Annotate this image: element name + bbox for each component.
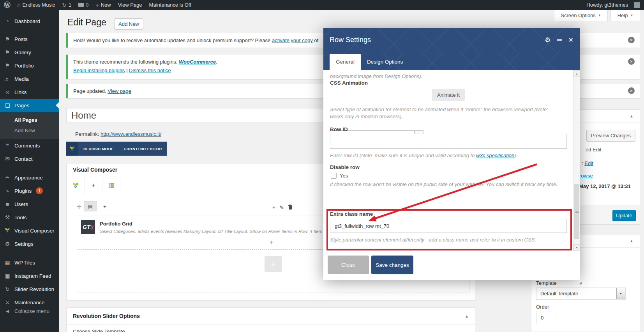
sidebar-item-tools[interactable]: ⚒ Tools xyxy=(0,211,59,224)
browse-revisions-link[interactable]: rowse xyxy=(579,173,593,179)
sidebar-item-plugins[interactable]: ⌁ Plugins 1 xyxy=(0,184,59,197)
sidebar-item-slider-revolution[interactable]: ↻ Slider Revolution xyxy=(0,282,59,296)
portfolio-grid-element[interactable]: GT3 Portfolio Grid Select Categories: ar… xyxy=(77,215,322,239)
collapse-panel-icon[interactable]: ▲ xyxy=(630,114,633,118)
comments-icon: ❝ xyxy=(4,142,11,149)
updates-menu[interactable]: ↻ 1 xyxy=(58,0,75,10)
activate-copy-link[interactable]: activate your copy xyxy=(272,37,313,43)
collapse-left-icon: ◀ xyxy=(4,309,11,313)
status-row-fragment: ed Edit xyxy=(586,147,601,153)
modal-header[interactable]: Row Settings ⚙ ✕ xyxy=(323,28,580,51)
sidebar-item-dashboard[interactable]: ◔ Dashboard xyxy=(0,14,59,28)
w3c-specification-link[interactable]: w3c specification xyxy=(476,153,514,158)
modal-close-icon[interactable]: ✕ xyxy=(568,36,573,44)
collapse-panel-icon[interactable]: ▲ xyxy=(630,239,633,243)
sidebar-item-contact[interactable]: ✉ Contact xyxy=(0,152,59,165)
scroll-down-icon[interactable]: ▼ xyxy=(573,244,580,251)
edit-status-link[interactable]: Edit xyxy=(593,147,601,153)
submenu-all-pages[interactable]: All Pages xyxy=(0,115,59,125)
modal-scrollbar[interactable]: ▲ ▼ xyxy=(573,70,580,251)
sidebar-item-posts[interactable]: ⚑ Posts xyxy=(0,32,59,46)
disable-row-checkbox[interactable] xyxy=(331,173,337,179)
sidebar-item-instagram-feed[interactable]: ▣ Instagram Feed xyxy=(0,269,59,282)
close-button[interactable]: Close xyxy=(328,256,369,274)
plugins-update-badge: 1 xyxy=(36,187,43,194)
append-element-icon[interactable]: + xyxy=(265,238,277,246)
collapse-menu-button[interactable]: ◀ Collapse menu xyxy=(0,304,59,318)
sidebar-item-label: Settings xyxy=(14,241,34,247)
scroll-up-icon[interactable]: ▲ xyxy=(573,70,580,77)
sidebar-item-label: WP Tiles xyxy=(14,260,35,266)
submenu-add-new[interactable]: Add New xyxy=(0,125,59,136)
sidebar-item-wp-tiles[interactable]: ▦ WP Tiles xyxy=(0,256,59,269)
help-button[interactable]: Help ▼ xyxy=(610,10,640,21)
sidebar-item-appearance[interactable]: ✒ Appearance xyxy=(0,171,59,184)
dismiss-notice-icon[interactable]: ✕ xyxy=(628,87,635,94)
new-menu[interactable]: + New xyxy=(92,0,114,10)
comments-menu[interactable]: 0 xyxy=(75,0,92,10)
template-label: Template xyxy=(536,280,557,286)
sidebar-item-visual-composer[interactable]: Visual Composer xyxy=(0,224,59,237)
howdy-menu[interactable]: Howdy, gt3themes xyxy=(583,0,632,10)
extra-class-input[interactable] xyxy=(330,219,567,233)
wordpress-logo-icon[interactable]: Ⓦ xyxy=(0,0,14,10)
avatar[interactable] xyxy=(634,2,640,8)
woocommerce-link[interactable]: WooCommerce xyxy=(179,59,216,65)
templates-button[interactable]: ▥ xyxy=(102,176,120,194)
sidebar-item-comments[interactable]: ❝ Comments xyxy=(0,139,59,152)
screen-options-button[interactable]: Screen Options ▼ xyxy=(554,10,608,21)
big-add-element-button[interactable]: + xyxy=(265,256,282,272)
maintenance-menu[interactable]: Maintenance is Off xyxy=(146,0,195,10)
template-select[interactable]: Default Template ▼ xyxy=(536,288,626,300)
tab-design-options[interactable]: Design Options xyxy=(361,54,409,70)
edit-visibility-link[interactable]: Edit xyxy=(584,160,593,166)
site-name-menu[interactable]: ⌂ Endless Music xyxy=(14,0,58,10)
edit-row-icon[interactable]: ✎ xyxy=(279,204,284,211)
begin-installing-link[interactable]: Begin installing plugins xyxy=(73,67,125,73)
dismiss-notice-icon[interactable]: ✕ xyxy=(628,37,635,43)
active-menu-arrow xyxy=(53,102,59,108)
modal-minimize-icon[interactable] xyxy=(557,39,562,41)
frontend-editor-button[interactable]: FRONTEND EDITOR xyxy=(119,142,167,156)
plug-icon: ⌁ xyxy=(4,188,11,194)
sidebar-item-media[interactable]: ♬ Media xyxy=(0,72,59,85)
view-page-menu[interactable]: View Page xyxy=(115,0,146,10)
sidebar-item-portfolio[interactable]: ⚑ Portfolio xyxy=(0,59,59,72)
row-layout-icon[interactable]: ▤ xyxy=(84,201,97,211)
modal-settings-gear-icon[interactable]: ⚙ xyxy=(545,36,550,44)
delete-row-icon[interactable] xyxy=(288,204,293,211)
save-changes-button[interactable]: Save changes xyxy=(371,256,413,274)
sidebar-item-users[interactable]: ☻ Users xyxy=(0,197,59,211)
add-new-button[interactable]: Add New xyxy=(114,18,143,29)
update-button[interactable]: Update xyxy=(612,210,636,221)
permalink-link[interactable]: http://www.endlessmusic.it/ xyxy=(101,131,161,137)
preview-changes-button[interactable]: Preview Changes xyxy=(586,130,635,141)
view-page-link[interactable]: View page xyxy=(108,88,131,94)
vc-logo-button[interactable] xyxy=(67,176,85,194)
animate-it-button[interactable]: Animate it xyxy=(432,89,465,101)
add-column-icon[interactable]: + xyxy=(99,201,110,211)
collapse-panel-icon[interactable]: ▲ xyxy=(465,314,469,318)
dismiss-notice-icon[interactable]: ✕ xyxy=(628,58,635,65)
sidebar-item-links[interactable]: ∞ Links xyxy=(0,85,59,99)
home-icon: ⌂ xyxy=(17,2,20,8)
user-icon: ☻ xyxy=(4,201,11,207)
scrollbar-thumb[interactable] xyxy=(574,184,579,239)
sidebar-item-label: Pages xyxy=(14,103,29,108)
add-element-button[interactable]: + xyxy=(85,176,102,194)
sidebar-item-gallery[interactable]: ⚑ Gallery xyxy=(0,46,59,59)
sidebar-item-settings[interactable]: ⚙ Settings xyxy=(0,237,59,250)
prepend-element-icon[interactable]: + xyxy=(272,204,275,211)
classic-mode-button[interactable]: CLASSIC MODE xyxy=(78,142,119,156)
status-fragment: ed xyxy=(586,147,593,153)
revslider-header[interactable]: Revolution Slider Options ▲ xyxy=(67,308,475,325)
tab-general[interactable]: General xyxy=(330,54,361,70)
move-row-icon[interactable]: ✛ xyxy=(77,204,81,211)
sidebar-item-pages[interactable]: ❏ Pages xyxy=(0,99,59,112)
order-input[interactable] xyxy=(536,311,556,324)
envelope-icon: ✉ xyxy=(4,156,11,162)
element-title: Portfolio Grid xyxy=(100,221,322,227)
row-id-input[interactable] xyxy=(330,134,567,149)
sidebar-item-label: Plugins xyxy=(14,188,32,194)
dismiss-notice-link[interactable]: Dismiss this notice xyxy=(129,67,171,73)
